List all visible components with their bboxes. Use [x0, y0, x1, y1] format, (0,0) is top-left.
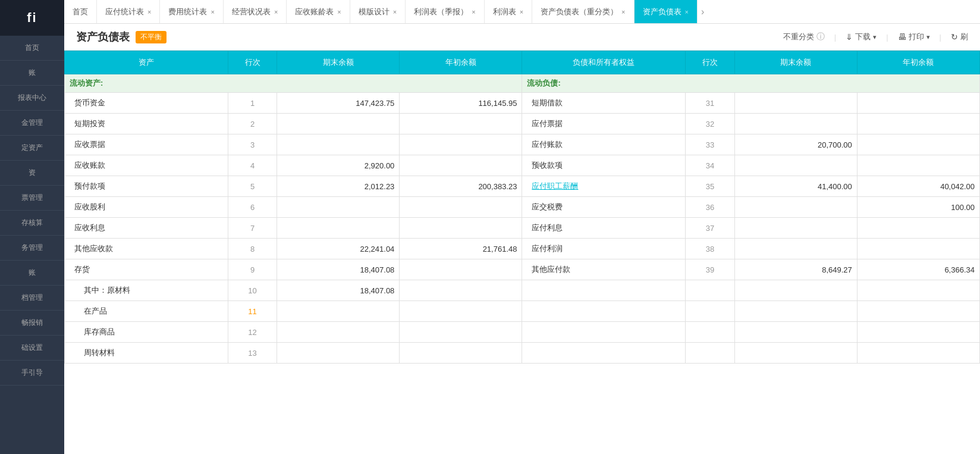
- tab-aging[interactable]: 应收账龄表 ×: [287, 0, 350, 24]
- download-action[interactable]: ⇓ 下载 ▾: [846, 32, 877, 42]
- sidebar-item-fixedasset[interactable]: 定资产: [0, 136, 64, 161]
- right-year-3: [857, 155, 979, 176]
- tab-template[interactable]: 模版设计 ×: [350, 0, 406, 24]
- close-tab-aging[interactable]: ×: [337, 8, 341, 15]
- sidebar-item-bills[interactable]: 票管理: [0, 186, 64, 211]
- left-year-3: [400, 155, 522, 176]
- right-year-12: [857, 343, 979, 364]
- right-row-1: 32: [686, 114, 734, 134]
- left-row-2: 3: [228, 134, 277, 155]
- print-action[interactable]: 🖶 打印 ▾: [898, 32, 930, 42]
- close-tab-profit-q[interactable]: ×: [472, 8, 475, 15]
- refresh-icon: ↻: [951, 32, 958, 42]
- tab-home[interactable]: 首页: [64, 0, 97, 24]
- right-period-7: [734, 239, 857, 259]
- balance-sheet-table: 资产 行次 期末余额 年初余额 负债和所有者权益 行次 期末余额 年初余额 流动…: [64, 51, 980, 364]
- right-row-9: [686, 280, 734, 301]
- section-header-current: 流动资产: 流动负债:: [65, 74, 980, 93]
- section-right-label: 流动负债:: [522, 74, 980, 93]
- table-row: 应收利息 7 应付利息 37: [65, 218, 980, 239]
- page-title-area: 资产负债表 不平衡: [76, 30, 167, 44]
- close-tab-bs[interactable]: ×: [685, 8, 689, 15]
- right-item-5: 应交税费: [522, 197, 686, 218]
- left-period-10: [277, 301, 400, 322]
- close-tab-template[interactable]: ×: [393, 8, 397, 15]
- right-item-1: 应付票据: [522, 114, 686, 134]
- right-item-4: 应付职工薪酬: [522, 176, 686, 197]
- section-left-label: 流动资产:: [65, 74, 522, 93]
- left-item-0: 货币资金: [65, 93, 228, 114]
- table-row: 在产品 11: [65, 301, 980, 322]
- sidebar-item-archive[interactable]: 档管理: [0, 286, 64, 311]
- sidebar-item-guide[interactable]: 手引导: [0, 361, 64, 386]
- sidebar-item-settings[interactable]: 础设置: [0, 336, 64, 361]
- sidebar-item-cashmanage[interactable]: 金管理: [0, 111, 64, 136]
- refresh-action[interactable]: ↻ 刷: [951, 32, 968, 42]
- left-period-7: 22,241.04: [277, 239, 400, 259]
- header-liability: 负债和所有者权益: [522, 51, 686, 74]
- close-tab-bs-reclassify[interactable]: ×: [621, 8, 625, 15]
- right-period-1: [734, 114, 857, 134]
- sidebar-item-account[interactable]: 账: [0, 261, 64, 286]
- left-row-7: 8: [228, 239, 277, 259]
- left-row-12: 13: [228, 343, 277, 364]
- tab-profit[interactable]: 利润表 ×: [485, 0, 532, 24]
- close-tab-payable[interactable]: ×: [147, 8, 151, 15]
- classify-action[interactable]: 不重分类 ⓘ: [783, 32, 825, 42]
- sidebar-item-home[interactable]: 首页: [0, 36, 64, 61]
- header-period-end2: 期末余额: [734, 51, 857, 74]
- right-period-6: [734, 218, 857, 239]
- right-year-0: [857, 93, 979, 114]
- close-tab-ops[interactable]: ×: [274, 8, 278, 15]
- sidebar-item-ledger[interactable]: 账: [0, 61, 64, 86]
- print-chevron-icon: ▾: [926, 33, 930, 41]
- left-item-11: 库存商品: [65, 322, 228, 343]
- right-item-9: [522, 280, 686, 301]
- close-tab-expense[interactable]: ×: [211, 8, 214, 15]
- left-period-11: [277, 322, 400, 343]
- sidebar-item-reports[interactable]: 报表中心: [0, 86, 64, 111]
- right-row-2: 33: [686, 134, 734, 155]
- left-item-6: 应收利息: [65, 218, 228, 239]
- tab-profit-q[interactable]: 利润表（季报） ×: [406, 0, 484, 24]
- right-period-2: 20,700.00: [734, 134, 857, 155]
- right-year-4: 40,042.00: [857, 176, 979, 197]
- help-icon[interactable]: ⓘ: [816, 32, 825, 42]
- left-item-7: 其他应收款: [65, 239, 228, 259]
- right-item-12: [522, 343, 686, 364]
- tab-payable[interactable]: 应付统计表 ×: [97, 0, 160, 24]
- sidebar-item-inventory[interactable]: 存核算: [0, 211, 64, 236]
- sidebar-item-expense[interactable]: 务管理: [0, 236, 64, 261]
- tab-expense[interactable]: 费用统计表 ×: [160, 0, 223, 24]
- left-row-10: 11: [228, 301, 277, 322]
- tab-bs[interactable]: 资产负债表 ×: [635, 0, 698, 24]
- table-row: 周转材料 13: [65, 343, 980, 364]
- left-period-2: [277, 134, 400, 155]
- right-item-2: 应付账款: [522, 134, 686, 155]
- close-tab-profit[interactable]: ×: [520, 8, 523, 15]
- right-period-11: [734, 322, 857, 343]
- right-row-4: 35: [686, 176, 734, 197]
- download-label: 下载: [855, 32, 871, 42]
- right-item-10: [522, 301, 686, 322]
- balance-sheet-table-container[interactable]: 资产 行次 期末余额 年初余额 负债和所有者权益 行次 期末余额 年初余额 流动…: [64, 51, 980, 454]
- left-period-1: [277, 114, 400, 134]
- left-item-9: 其中：原材料: [65, 280, 228, 301]
- sidebar-item-expense2[interactable]: 畅报销: [0, 311, 64, 336]
- header-period-end: 期末余额: [277, 51, 400, 74]
- right-item-6: 应付利息: [522, 218, 686, 239]
- table-row: 应收股利 6 应交税费 36 100.00: [65, 197, 980, 218]
- right-row-7: 38: [686, 239, 734, 259]
- right-row-0: 31: [686, 93, 734, 114]
- right-row-6: 37: [686, 218, 734, 239]
- tab-more-btn[interactable]: ›: [698, 7, 708, 17]
- sidebar-item-invest[interactable]: 资: [0, 161, 64, 186]
- right-period-9: [734, 280, 857, 301]
- left-year-8: [400, 259, 522, 280]
- right-row-3: 34: [686, 155, 734, 176]
- tab-ops[interactable]: 经营状况表 ×: [224, 0, 287, 24]
- left-row-3: 4: [228, 155, 277, 176]
- classify-label: 不重分类: [783, 32, 814, 42]
- right-item-0: 短期借款: [522, 93, 686, 114]
- tab-bs-reclassify[interactable]: 资产负债表（重分类） ×: [532, 0, 634, 24]
